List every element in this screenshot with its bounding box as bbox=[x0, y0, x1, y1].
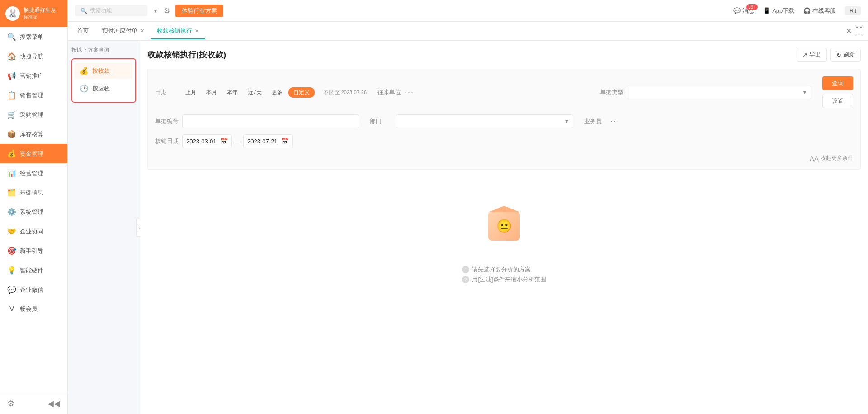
staff-dots[interactable]: ··· bbox=[610, 117, 620, 126]
close-tab-icon[interactable]: ✕ bbox=[846, 27, 852, 35]
staff-field: 业务员 ··· bbox=[584, 117, 788, 126]
query-button[interactable]: 查询 bbox=[822, 76, 853, 90]
page-header: 收款核销执行(按收款) ↗ 导出 ↻ 刷新 bbox=[147, 48, 861, 62]
date-btn-this-year[interactable]: 本年 bbox=[223, 87, 242, 98]
sidebar-footer: ⚙ ◀◀ bbox=[0, 393, 67, 414]
sidebar-item-5[interactable]: 📦库存核算 bbox=[0, 124, 67, 144]
verify-date-range: 2023-03-01 📅 — 2023-07-21 📅 bbox=[182, 134, 293, 148]
nav-icon-11: 🎯 bbox=[7, 247, 16, 255]
verify-date-start-input[interactable]: 2023-03-01 📅 bbox=[182, 134, 232, 148]
refresh-button[interactable]: ↻ 刷新 bbox=[830, 48, 861, 62]
app-download-button[interactable]: 📱 App下载 bbox=[763, 7, 794, 15]
sidebar-item-4[interactable]: 🛒采购管理 bbox=[0, 105, 67, 124]
filter-option-by-receivable[interactable]: 🕐 按应收 bbox=[75, 81, 132, 96]
tab-prepay-close[interactable]: ✕ bbox=[140, 28, 144, 34]
empty-illustration: 😐 bbox=[481, 211, 527, 257]
nav-label-6: 资金管理 bbox=[20, 150, 43, 158]
bill-no-label: 单据编号 bbox=[155, 117, 179, 125]
nav-icon-12: 💡 bbox=[7, 266, 16, 275]
dept-select[interactable]: ▼ bbox=[396, 114, 574, 128]
hint-text-2: 用[过滤]条件来缩小分析范围 bbox=[472, 276, 546, 284]
counterpart-field: 往来单位 ··· bbox=[377, 88, 589, 97]
filter-row-1: 日期 上月 本月 本年 近7天 更多 自定义 不限 至 2023-07-26 bbox=[155, 76, 853, 108]
sidebar-item-8[interactable]: 🗂️基础信息 bbox=[0, 183, 67, 202]
setting-button[interactable]: 设置 bbox=[822, 94, 853, 108]
empty-hint-2: 2 用[过滤]条件来缩小分析范围 bbox=[462, 276, 546, 284]
date-btn-more[interactable]: 更多 bbox=[268, 87, 287, 98]
message-button[interactable]: 💬 消息 99+ bbox=[733, 7, 754, 15]
bill-type-select[interactable]: ▼ bbox=[627, 86, 811, 99]
nav-label-1: 快捷导航 bbox=[20, 52, 43, 61]
expand-tab-icon[interactable]: ⛶ bbox=[855, 27, 863, 35]
solution-button[interactable]: 体验行业方案 bbox=[175, 5, 223, 17]
user-button[interactable]: Rit bbox=[845, 6, 861, 15]
verify-date-end-input[interactable]: 2023-07-21 📅 bbox=[243, 134, 293, 148]
receivable-option-icon: 🕐 bbox=[80, 84, 89, 93]
sidebar-item-3[interactable]: 📋销售管理 bbox=[0, 86, 67, 105]
export-button[interactable]: ↗ 导出 bbox=[797, 48, 827, 62]
app-download-label: App下载 bbox=[772, 7, 794, 15]
nav-label-3: 销售管理 bbox=[20, 91, 43, 100]
sidebar-item-9[interactable]: ⚙️系统管理 bbox=[0, 202, 67, 222]
filter-option-by-receipt[interactable]: 💰 按收款 bbox=[75, 63, 132, 79]
service-label: 在线客服 bbox=[812, 7, 836, 15]
nav-list: 🔍搜索菜单🏠快捷导航📢营销推广📋销售管理🛒采购管理📦库存核算💰资金管理📊经营管理… bbox=[0, 27, 67, 393]
sidebar-item-13[interactable]: 💬企业微信 bbox=[0, 280, 67, 300]
logo-icon: 🐰 bbox=[5, 6, 20, 21]
sidebar-item-2[interactable]: 📢营销推广 bbox=[0, 66, 67, 86]
filter-panel-title: 按以下方案查询 bbox=[71, 46, 136, 54]
sidebar-item-11[interactable]: 🎯新手引导 bbox=[0, 241, 67, 261]
top-search[interactable]: 🔍 搜索功能 bbox=[75, 5, 147, 16]
sidebar-item-10[interactable]: 🤝企业协同 bbox=[0, 222, 67, 241]
settings-icon[interactable]: ⚙ bbox=[7, 399, 14, 409]
date-btn-custom[interactable]: 自定义 bbox=[288, 87, 315, 98]
receipt-option-icon: 💰 bbox=[80, 67, 89, 75]
nav-label-14: 畅会员 bbox=[20, 305, 38, 313]
app-name: 畅捷通好生意 bbox=[24, 7, 56, 14]
counterpart-dots[interactable]: ··· bbox=[405, 88, 414, 97]
collapse-up-icon: ⋀⋀ bbox=[810, 155, 819, 162]
phone-icon: 📱 bbox=[763, 7, 770, 14]
date-field: 日期 上月 本月 本年 近7天 更多 自定义 不限 至 2023-07-26 bbox=[155, 87, 367, 98]
message-icon: 💬 bbox=[733, 7, 741, 14]
gear-icon[interactable]: ⚙ bbox=[164, 6, 170, 15]
search-placeholder: 搜索功能 bbox=[90, 7, 112, 14]
sidebar: 🐰 畅捷通好生意 标准版 🔍搜索菜单🏠快捷导航📢营销推广📋销售管理🛒采购管理📦库… bbox=[0, 0, 68, 414]
verify-end-value: 2023-07-21 bbox=[247, 138, 278, 145]
sidebar-item-0[interactable]: 🔍搜索菜单 bbox=[0, 27, 67, 47]
collapse-more-button[interactable]: ⋀⋀ 收起更多条件 bbox=[155, 154, 853, 162]
sidebar-item-12[interactable]: 💡智能硬件 bbox=[0, 261, 67, 280]
verify-start-value: 2023-03-01 bbox=[186, 138, 217, 145]
collapse-more-label: 收起更多条件 bbox=[821, 154, 853, 162]
nav-icon-8: 🗂️ bbox=[7, 188, 16, 197]
logo-text-block: 畅捷通好生意 标准版 bbox=[24, 7, 56, 20]
empty-box-shape: 😐 bbox=[488, 211, 520, 241]
date-btn-this-month[interactable]: 本月 bbox=[202, 87, 221, 98]
page-title: 收款核销执行(按收款) bbox=[147, 49, 226, 60]
empty-text-block: 1 请先选择要分析的方案 2 用[过滤]条件来缩小分析范围 bbox=[462, 266, 546, 286]
bill-no-input[interactable] bbox=[182, 114, 359, 128]
tab-home[interactable]: 首页 bbox=[70, 23, 96, 39]
refresh-label: 刷新 bbox=[843, 51, 855, 59]
verify-date-label: 核销日期 bbox=[155, 137, 179, 145]
nav-icon-14: V bbox=[7, 305, 16, 313]
main-content: 收款核销执行(按收款) ↗ 导出 ↻ 刷新 日期 bbox=[140, 41, 868, 414]
tab-receipt-close[interactable]: ✕ bbox=[195, 28, 199, 34]
tabbar-actions: ✕ ⛶ bbox=[846, 27, 866, 35]
tabbar: 首页 预付冲应付单 ✕ 收款核销执行 ✕ ✕ ⛶ bbox=[68, 22, 868, 41]
sidebar-item-1[interactable]: 🏠快捷导航 bbox=[0, 47, 67, 66]
date-btn-7days[interactable]: 近7天 bbox=[244, 87, 266, 98]
date-btn-last-month[interactable]: 上月 bbox=[181, 87, 200, 98]
online-service-button[interactable]: 🎧 在线客服 bbox=[803, 7, 836, 15]
cal-end-icon: 📅 bbox=[281, 138, 289, 145]
tab-receipt[interactable]: 收款核销执行 ✕ bbox=[151, 23, 205, 39]
bill-type-field: 单据类型 ▼ bbox=[600, 86, 811, 99]
tab-prepay[interactable]: 预付冲应付单 ✕ bbox=[96, 23, 151, 39]
nav-label-0: 搜索菜单 bbox=[20, 33, 43, 41]
sidebar-item-6[interactable]: 💰资金管理 bbox=[0, 144, 67, 163]
sidebar-item-7[interactable]: 📊经营管理 bbox=[0, 163, 67, 183]
sidebar-item-14[interactable]: V畅会员 bbox=[0, 300, 67, 319]
collapse-sidebar-icon[interactable]: ◀◀ bbox=[47, 399, 60, 409]
nav-icon-7: 📊 bbox=[7, 169, 16, 177]
dropdown-arrow-icon[interactable]: ▼ bbox=[153, 8, 158, 14]
